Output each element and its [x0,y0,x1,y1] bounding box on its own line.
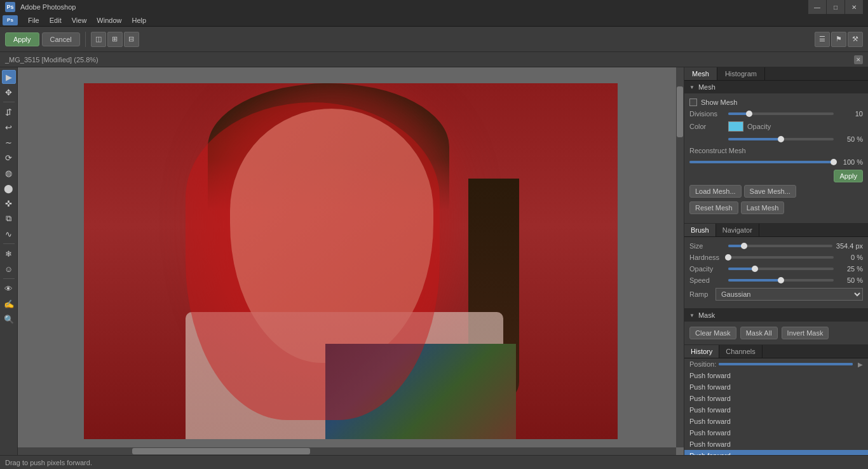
menu-help[interactable]: Help [126,15,151,25]
minimize-button[interactable]: — [808,0,826,14]
size-track[interactable] [728,245,832,247]
reset-last-row: Reset Mesh Last Mesh [689,201,863,214]
size-thumb[interactable] [741,243,747,249]
tool-smooth[interactable]: ∼ [2,135,16,149]
menu-view[interactable]: View [67,15,92,25]
menu-window[interactable]: Window [92,15,126,25]
maximize-button[interactable]: □ [827,0,844,14]
channels-tab[interactable]: Channels [719,345,762,358]
load-mesh-button[interactable]: Load Mesh... [689,185,742,198]
brush-opacity-track[interactable] [728,268,834,270]
mesh-section-label: Mesh [698,83,715,91]
reconstruct-thumb[interactable] [831,159,837,165]
tool-turbulence[interactable]: ∿ [2,227,16,241]
reconstruct-slider-row: 100 % [689,158,863,166]
divisions-thumb[interactable] [746,111,752,117]
menu-file[interactable]: File [23,15,44,25]
tool-freeze[interactable]: ❄ [2,247,16,261]
view-icon-3[interactable]: ⚒ [848,32,863,47]
history-item-7[interactable]: Push forward [684,450,868,455]
history-item-4[interactable]: Push forward [684,416,868,427]
canvas-area[interactable] [18,67,684,455]
load-save-row: Load Mesh... Save Mesh... [689,185,863,198]
window-controls[interactable]: — □ ✕ [808,0,863,14]
history-item-5[interactable]: Push forward [684,427,868,438]
apply-button[interactable]: Apply [5,32,39,46]
history-list: Push forward Push forward Push forward P… [684,370,868,455]
speed-thumb[interactable] [778,277,784,283]
history-item-1[interactable]: Push forward [684,381,868,393]
show-mesh-row: Show Mesh [689,99,863,106]
mesh-section-header[interactable]: ▼ Mesh [684,81,868,93]
status-push: to push pixels forward. [22,459,92,466]
hardness-track[interactable] [728,256,834,259]
reconstruct-value: 100 % [837,158,863,166]
tool-move[interactable]: ✥ [2,85,16,99]
hardness-thumb[interactable] [725,254,731,261]
tool-zoom[interactable]: 🔍 [2,312,16,326]
reconstruct-track[interactable] [689,161,834,163]
opacity-thumb[interactable] [778,136,784,142]
reset-mesh-button[interactable]: Reset Mesh [689,201,738,214]
mask-all-button[interactable]: Mask All [740,327,778,339]
cancel-button[interactable]: Cancel [42,32,80,46]
last-mesh-button[interactable]: Last Mesh [741,201,785,214]
ramp-select[interactable]: Gaussian Linear Flat Spike [715,288,863,301]
image-background [84,83,618,439]
tool-pointer[interactable]: ▶ [2,70,16,84]
brush-opacity-fill [728,268,755,270]
grid-icon-1[interactable]: ◫ [91,32,106,47]
hscroll-thumb[interactable] [132,448,310,454]
show-mesh-checkbox[interactable] [689,99,697,106]
view-icon-2[interactable]: ⚑ [831,32,846,47]
navigator-tab[interactable]: Navigator [716,224,759,236]
reconstruct-fill [689,161,834,163]
vscroll-thumb[interactable] [677,86,683,137]
clear-mask-button[interactable]: Clear Mask [689,327,736,339]
history-tab[interactable]: History [684,345,719,358]
history-item-0[interactable]: Push forward [684,370,868,381]
divisions-track[interactable] [728,112,834,115]
tool-thaw[interactable]: ☺ [2,262,16,276]
app-title: Adobe Photoshop [20,3,76,11]
canvas-container [84,83,618,439]
color-label: Color [689,123,724,130]
invert-mask-button[interactable]: Invert Mask [782,327,829,339]
reconstruct-row: Reconstruct Mesh [689,147,863,154]
view-icon-1[interactable]: ☰ [815,32,830,47]
tool-hand[interactable]: ✍ [2,297,16,311]
tool-warp[interactable]: ⇵ [2,105,16,119]
tool-bloat[interactable]: ⬤ [2,181,16,195]
canvas-vscrollbar[interactable] [676,67,684,447]
history-item-2[interactable]: Push forward [684,393,868,404]
canvas-hscrollbar[interactable] [18,447,676,455]
tool-shift[interactable]: ✜ [2,196,16,210]
speed-label: Speed [689,276,724,284]
tool-mirror[interactable]: ⧉ [2,212,16,226]
history-item-6[interactable]: Push forward [684,438,868,450]
color-swatch[interactable] [728,121,743,132]
mesh-arrow-icon: ▼ [689,85,695,90]
save-mesh-button[interactable]: Save Mesh... [744,185,796,198]
speed-track[interactable] [728,279,834,282]
mesh-tab[interactable]: Mesh [684,67,717,80]
history-item-3[interactable]: Push forward [684,404,868,416]
tool-twirl[interactable]: ⟳ [2,151,16,165]
grid-icon-3[interactable]: ⊟ [124,32,139,47]
tool-reconstruct[interactable]: ↩ [2,120,16,134]
mask-arrow-icon: ▼ [689,313,695,318]
brush-opacity-thumb[interactable] [752,266,758,272]
position-slider[interactable] [719,363,853,365]
tool-sep-3 [3,278,15,279]
close-button[interactable]: ✕ [845,0,863,14]
tool-pucker[interactable]: ◍ [2,166,16,180]
tool-face[interactable]: 👁 [2,282,16,296]
opacity-track[interactable] [728,138,834,140]
histogram-tab[interactable]: Histogram [717,67,765,80]
grid-icon-2[interactable]: ⊞ [107,32,123,47]
brush-tab[interactable]: Brush [684,224,716,236]
mask-section-header[interactable]: ▼ Mask [684,309,868,322]
document-close-button[interactable]: ✕ [854,55,863,64]
menu-edit[interactable]: Edit [44,15,67,25]
reconstruct-apply-button[interactable]: Apply [834,170,863,182]
